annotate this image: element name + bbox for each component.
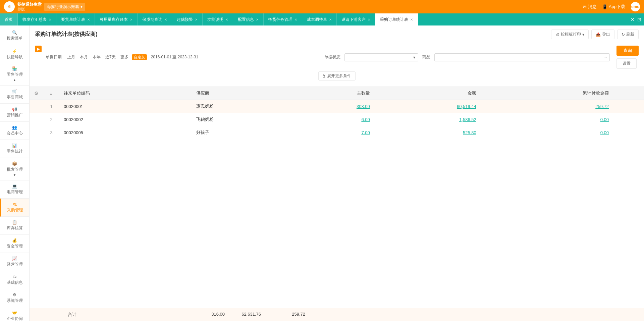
sidebar-item-ops-mgmt[interactable]: 📈 经营管理 <box>0 253 29 271</box>
row2-paid[interactable]: 0.00 <box>480 113 613 126</box>
tab-picking-task-close[interactable]: ✕ <box>294 18 297 21</box>
tab-purchase-stats[interactable]: 采购订单统计表 ✕ <box>375 13 418 25</box>
shortcut-last-month[interactable]: 上月 <box>66 54 76 61</box>
search-menu-btn[interactable]: 🔍 搜索菜单 <box>3 28 26 43</box>
tab-config-info-close[interactable]: ✕ <box>256 18 259 21</box>
expand-more-btn[interactable]: ⊻ 展开更多条件 <box>318 71 356 81</box>
retail-mall-label: 零售商城 <box>7 94 23 100</box>
row3-qty[interactable]: 7.00 <box>291 126 374 139</box>
sidebar-item-sys-mgmt[interactable]: ⚙ 系统管理 <box>0 289 29 307</box>
retail-mgmt-icon: 🏪 <box>12 66 17 71</box>
tab-function-desc-close[interactable]: ✕ <box>225 18 228 21</box>
tab-home[interactable]: 首页 <box>0 13 18 25</box>
quick-nav-icon: ⚡ <box>12 49 17 54</box>
tab-purchase-stats-close[interactable]: ✕ <box>410 18 413 21</box>
row3-paid[interactable]: 0.00 <box>480 126 613 139</box>
messages-btn[interactable]: ✉ 消息 <box>583 4 597 10</box>
settings-btn[interactable]: 设置 <box>616 58 637 69</box>
status-filter-select[interactable]: ▾ <box>344 53 418 61</box>
sidebar-item-retail-mall[interactable]: 🛒 零售商城 <box>0 86 29 104</box>
app-download-btn[interactable]: 📱 App下载 <box>602 4 625 10</box>
tab-cost-adjust[interactable]: 成本调整单 ✕ <box>302 13 337 25</box>
goods-more-icon[interactable]: ··· <box>603 55 607 60</box>
th-seq: # <box>43 87 60 100</box>
ops-label: 经营管理 <box>7 262 23 267</box>
close-all-icon[interactable]: ✕ <box>631 17 635 22</box>
tab-overstock-close[interactable]: ✕ <box>195 18 198 21</box>
row1-qty[interactable]: 303.00 <box>291 100 374 113</box>
tab-order-stats-label: 要货单统计表 <box>61 17 85 22</box>
export-btn[interactable]: 📤 导出 <box>591 30 614 39</box>
sidebar-item-enterprise-collab[interactable]: 🤝 企业协同 <box>0 307 29 321</box>
arrow-icon: ▼ <box>13 173 16 177</box>
sidebar-item-marketing[interactable]: 📢 营销推广 <box>0 104 29 122</box>
sidebar-item-purchase-mgmt[interactable]: 🛍 采购管理 <box>0 199 29 217</box>
page-title: 采购订单统计表(按供应商) <box>35 31 98 38</box>
shortcut-more[interactable]: 更多 <box>119 54 130 61</box>
refresh-btn[interactable]: ↻ 刷新 <box>617 30 639 39</box>
tab-function-desc[interactable]: 功能说明 ✕ <box>203 13 233 25</box>
custom-date-badge[interactable]: 自定义 <box>132 54 147 60</box>
tab-receive-send[interactable]: 收发存汇总表 ✕ <box>18 13 56 25</box>
tab-receive-send-close[interactable]: ✕ <box>49 18 51 21</box>
row3-vendor-code: 00020005 <box>60 126 192 139</box>
sidebar-item-basic-info[interactable]: 🗂 基础信息 <box>0 271 29 289</box>
workspace-selector[interactable]: 母婴行业演示账套 ▾ <box>44 3 85 11</box>
tab-invite-downstream[interactable]: 邀请下游客户 ✕ <box>337 13 375 25</box>
sidebar-item-inventory-check[interactable]: 📋 库存核算 <box>0 217 29 235</box>
ecom-icon: 💻 <box>12 184 17 189</box>
inventory-icon: 📋 <box>12 220 17 225</box>
tab-warranty-close[interactable]: ✕ <box>164 18 167 21</box>
shortcut-this-month[interactable]: 本月 <box>78 54 89 61</box>
app-tagline: 标版 <box>17 7 42 11</box>
row2-amount[interactable]: 1,586.52 <box>374 113 480 126</box>
settings-col-icon[interactable]: ⚙ <box>34 91 39 96</box>
sidebar-item-retail-stats[interactable]: 📊 零售统计 <box>0 140 29 158</box>
tab-overstock[interactable]: 超储预警 ✕ <box>172 13 203 25</box>
tab-usable-inventory[interactable]: 可用量库存账本 ✕ <box>95 13 138 25</box>
table-row: 2 00020002 飞鹤奶粉 6.00 1,586.52 0.00 <box>30 113 644 126</box>
row1-vendor-name: 惠氏奶粉 <box>192 100 291 113</box>
refresh-label: 刷新 <box>626 32 634 37</box>
filter-toggle-btn[interactable]: ▶ <box>35 46 42 52</box>
finance-label: 资金管理 <box>7 244 23 249</box>
status-filter-label: 单据状态 <box>324 54 340 60</box>
tab-invite-downstream-close[interactable]: ✕ <box>368 18 370 21</box>
sidebar-item-ecom-mgmt[interactable]: 💻 电商管理 <box>0 180 29 199</box>
tab-picking-task[interactable]: 拣货任务管理 ✕ <box>264 13 302 25</box>
tab-order-stats-close[interactable]: ✕ <box>87 18 90 21</box>
goods-filter-input[interactable] <box>437 55 603 60</box>
sidebar-item-retail-mgmt[interactable]: 🏪 零售管理 ▲ <box>0 63 29 86</box>
date-shortcuts: 上月 本月 本年 近7天 更多 自定义 <box>66 54 147 61</box>
shortcut-7days[interactable]: 近7天 <box>104 54 117 61</box>
sidebar-item-wholesale-mgmt[interactable]: 📦 批发管理 ▼ <box>0 158 29 180</box>
th-settings[interactable]: ⚙ <box>30 87 43 100</box>
sidebar-item-member-center[interactable]: 👥 会员中心 <box>0 122 29 140</box>
export-icon: 📤 <box>596 32 601 37</box>
expand-tabs-icon[interactable]: ⊡ <box>637 17 641 22</box>
row1-paid[interactable]: 259.72 <box>480 100 613 113</box>
tab-order-stats[interactable]: 要货单统计表 ✕ <box>56 13 95 25</box>
sidebar-item-finance-mgmt[interactable]: 💰 资金管理 <box>0 235 29 253</box>
avatar[interactable]: demo2 <box>631 2 640 11</box>
query-btn[interactable]: 查询 <box>616 46 639 56</box>
row1-amount[interactable]: 60,519.44 <box>374 100 480 113</box>
tab-cost-adjust-close[interactable]: ✕ <box>329 18 332 21</box>
ops-icon: 📈 <box>12 256 17 261</box>
date-range-value: 2016-01-01 至 2023-12-31 <box>151 54 198 60</box>
tab-config-info[interactable]: 配置信息 ✕ <box>233 13 264 25</box>
tab-usable-inventory-label: 可用量库存账本 <box>100 17 128 22</box>
tab-usable-inventory-close[interactable]: ✕ <box>130 18 132 21</box>
message-icon: ✉ <box>583 4 587 9</box>
shortcut-this-year[interactable]: 本年 <box>91 54 102 61</box>
wholesale-icon: 📦 <box>12 161 17 166</box>
sidebar-search-section: 🔍 搜索菜单 <box>0 25 29 46</box>
print-btn[interactable]: 🖨 按模板打印 ▾ <box>551 30 589 39</box>
data-table: ⚙ # 往来单位编码 供应商 主数量 金额 累计付款金额 1 <box>30 87 644 139</box>
row3-amount[interactable]: 525.80 <box>374 126 480 139</box>
row2-qty[interactable]: 6.00 <box>291 113 374 126</box>
table-row: 1 00020001 惠氏奶粉 303.00 60,519.44 259.72 <box>30 100 644 113</box>
tab-warranty[interactable]: 保质期查询 ✕ <box>138 13 172 25</box>
quick-nav-btn[interactable]: ⚡ 快捷导航 <box>0 46 29 63</box>
tab-warranty-label: 保质期查询 <box>142 17 162 22</box>
